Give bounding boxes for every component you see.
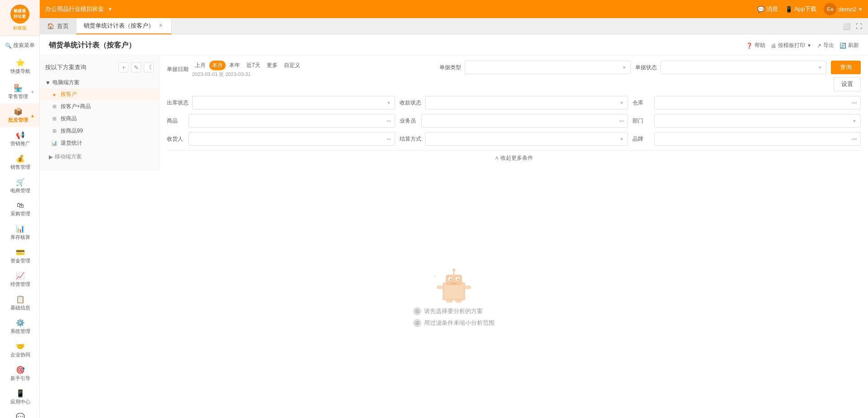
- ellipsis-icon: ···: [387, 136, 391, 142]
- sidebar-item-enterprise[interactable]: 🤝 企业协同: [0, 338, 39, 362]
- topbar-right: 💬 消息 📱 App下载 Ea demo2 ▼: [757, 3, 863, 15]
- dropdown-arrow-icon: ▼: [387, 100, 391, 105]
- brand-field: 品牌 ···: [632, 132, 861, 146]
- collapse-bar[interactable]: ∧ 收起更多条件: [167, 150, 861, 166]
- sidebar-item-basic[interactable]: 📋 基础信息: [0, 291, 39, 315]
- logo-text: 标账版: [13, 25, 27, 31]
- dropdown-arrow-icon: ▼: [619, 137, 624, 142]
- query-button[interactable]: 查询: [831, 61, 861, 74]
- print-button[interactable]: 🖨 按模板打印 ▼: [771, 42, 811, 49]
- desktop-scheme-group: ▼ 电脑端方案 ● 按客户 ⊞ 按客户+商品 ⊞ 按商品: [40, 77, 159, 149]
- receiver-input[interactable]: ···: [189, 132, 395, 146]
- tabbar: 🏠 首页 销货单统计计表（按客户） ✕ ⬜ ⛶: [40, 18, 868, 34]
- newbie-icon: 🎯: [16, 366, 25, 374]
- filter-form: 单据日期 上月 本月 本年 近7天 更多 自定义 2023-03-01 至 20…: [160, 55, 868, 171]
- scheme-item-return-stats[interactable]: 📊 退货统计: [40, 137, 159, 149]
- help-button[interactable]: ❓ 帮助: [746, 42, 765, 49]
- sidebar-item-sales[interactable]: 💰 销售管理: [0, 151, 39, 174]
- sidebar-item-newbie[interactable]: 🎯 新手引导: [0, 362, 39, 385]
- empty-state: ✦ ✦ ① 请先选择要分析的方案 ② 用过滤条件来缩小分析范围: [40, 171, 868, 418]
- app-download-button[interactable]: 📱 App下载: [785, 5, 816, 13]
- sidebar-item-appstore[interactable]: 📱 应用中心: [0, 385, 39, 409]
- tab-close-button[interactable]: ✕: [157, 22, 164, 29]
- desktop-group-header[interactable]: ▼ 电脑端方案: [40, 77, 159, 88]
- sidebar-item-finance[interactable]: 💳 资金管理: [0, 244, 39, 268]
- filter-sidebar: 按以下方案查询 ＋ ✎ 《 ▼ 电脑端方案 ● 按客户: [40, 55, 160, 171]
- user-dropdown-icon: ▼: [858, 7, 863, 12]
- tab-sales-stats[interactable]: 销货单统计计表（按客户） ✕: [76, 18, 172, 34]
- search-menu-button[interactable]: 🔍 搜索菜单: [3, 40, 37, 51]
- settings-button[interactable]: 设置: [834, 77, 861, 91]
- sidebar-item-operation[interactable]: 📈 经营管理: [0, 268, 39, 291]
- settlement-select[interactable]: ▼: [425, 132, 628, 146]
- collapse-sidebar-button[interactable]: 《: [144, 62, 154, 72]
- user-menu[interactable]: Ea demo2 ▼: [824, 3, 863, 15]
- sidebar-nav-shortcut[interactable]: ⭐ 快捷导航: [0, 55, 39, 78]
- receipt-label: 收款状态: [400, 99, 421, 107]
- doc-status-select[interactable]: ▼: [660, 61, 826, 74]
- sidebar-item-purchase[interactable]: 🛍 采购管理: [0, 198, 39, 221]
- doc-status-field: 单据状态 ▼: [635, 61, 826, 74]
- product-input[interactable]: ···: [189, 114, 395, 128]
- scheme-active-icon: ●: [51, 91, 58, 98]
- app-name: 办公用品行业模拟账套: [45, 5, 104, 13]
- warehouse-input[interactable]: ···: [654, 96, 861, 109]
- scheme-item-by-product[interactable]: ⊞ 按商品: [40, 113, 159, 125]
- salesperson-label: 业务员: [400, 117, 418, 125]
- empty-tip-1: ① 请先选择要分析的方案: [413, 307, 495, 315]
- salesperson-field: 业务员 ···: [400, 114, 628, 128]
- refresh-button[interactable]: 🔄 刷新: [840, 42, 859, 49]
- tip-number-2: ②: [413, 319, 421, 327]
- sidebar-search[interactable]: 🔍 搜索菜单: [0, 36, 39, 55]
- date-btn-this-month[interactable]: 本月: [209, 61, 226, 70]
- ellipsis-icon: ···: [387, 118, 391, 124]
- date-btn-last-month[interactable]: 上月: [192, 61, 208, 70]
- main-area: 办公用品行业模拟账套 ▼ 💬 消息 📱 App下载 Ea demo2 ▼ �: [40, 0, 868, 418]
- department-select[interactable]: ▼: [654, 114, 861, 128]
- product-field: 商品 ···: [167, 114, 395, 128]
- doc-type-select[interactable]: ▼: [465, 61, 631, 74]
- refresh-icon: 🔄: [840, 43, 846, 49]
- filter-row-4: 收货人 ··· 结算方式 ▼ 品牌: [167, 132, 861, 146]
- mobile-group-header[interactable]: ▶ 移动端方案: [40, 151, 159, 162]
- date-btn-last-7[interactable]: 近7天: [244, 61, 263, 70]
- scheme-item-by-customer[interactable]: ● 按客户: [40, 88, 159, 100]
- outbound-select[interactable]: ▼: [192, 96, 395, 109]
- sidebar-item-inventory[interactable]: 📊 库存核算: [0, 221, 39, 244]
- tab-home[interactable]: 🏠 首页: [40, 18, 76, 34]
- filter-row-1: 单据日期 上月 本月 本年 近7天 更多 自定义 2023-03-01 至 20…: [167, 61, 861, 91]
- content-actions: ❓ 帮助 🖨 按模板打印 ▼ ↗ 导出 🔄 刷新: [746, 42, 859, 49]
- scheme-item-by-customer-product[interactable]: ⊞ 按客户+商品: [40, 100, 159, 113]
- sidebar-item-ecommerce[interactable]: 🛒 电商管理: [0, 174, 39, 198]
- date-btn-more[interactable]: 更多: [264, 61, 280, 70]
- salesperson-input[interactable]: ···: [421, 114, 628, 128]
- date-quick-buttons: 上月 本月 本年 近7天 更多 自定义: [192, 61, 435, 70]
- edit-scheme-button[interactable]: ✎: [131, 62, 141, 72]
- download-icon: 📱: [785, 6, 793, 13]
- message-button[interactable]: 💬 消息: [757, 5, 778, 13]
- department-field: 部门 ▼: [632, 114, 861, 128]
- sidebar-item-wechat[interactable]: 💬 企业微信: [0, 409, 39, 418]
- receipt-select[interactable]: ▼: [425, 96, 628, 109]
- dropdown-arrow-icon: ▼: [619, 100, 624, 105]
- sidebar-item-marketing[interactable]: 📢 营销推广: [0, 127, 39, 151]
- sidebar-item-retail[interactable]: 🏪 零售管理 ▼: [0, 80, 39, 104]
- date-btn-this-year[interactable]: 本年: [226, 61, 243, 70]
- chevron-icon: ▲: [30, 113, 35, 118]
- tab-fullscreen-button[interactable]: ⛶: [854, 21, 864, 32]
- date-btn-custom[interactable]: 自定义: [281, 61, 303, 70]
- svg-text:✦: ✦: [470, 279, 472, 281]
- action-buttons: 查询 设置: [831, 61, 861, 91]
- tab-restore-button[interactable]: ⬜: [841, 21, 852, 32]
- topbar: 办公用品行业模拟账套 ▼ 💬 消息 📱 App下载 Ea demo2 ▼: [40, 0, 868, 18]
- print-dropdown-icon: ▼: [807, 43, 811, 48]
- outbound-field: 出库状态 ▼: [167, 96, 395, 109]
- brand-input[interactable]: ···: [654, 132, 861, 146]
- wechat-icon: 💬: [16, 413, 25, 418]
- sidebar-item-wholesale[interactable]: 📦 批发管理 ▲: [0, 104, 39, 127]
- sidebar-item-system[interactable]: ⚙️ 系统管理: [0, 315, 39, 338]
- warehouse-field: 仓库 ···: [632, 96, 861, 109]
- scheme-item-by-product-99[interactable]: ⊞ 按商品99: [40, 125, 159, 137]
- export-button[interactable]: ↗ 导出: [817, 42, 834, 49]
- add-scheme-button[interactable]: ＋: [118, 62, 128, 72]
